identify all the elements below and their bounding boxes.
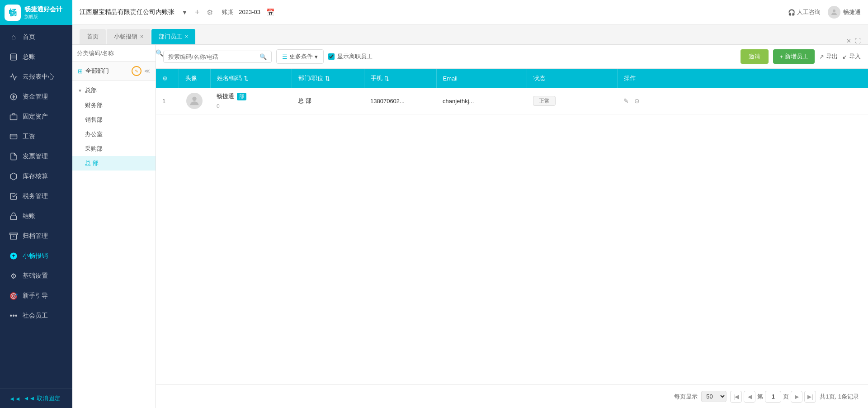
row-email-cell: chanjethkj... — [436, 88, 527, 114]
support-link[interactable]: 🎧 人工咨询 — [788, 8, 821, 16]
svg-point-11 — [192, 97, 196, 101]
dept-search-input[interactable] — [77, 50, 153, 57]
topbar-settings-icon[interactable]: ⚙ — [207, 8, 213, 17]
tax-icon — [9, 192, 18, 201]
svg-rect-5 — [10, 134, 17, 139]
company-dropdown-icon[interactable]: ▼ — [182, 9, 188, 16]
sidebar-item-inventory[interactable]: 库存核算 — [0, 166, 72, 186]
sidebar-item-reports[interactable]: 云报表中心 — [0, 67, 72, 87]
close-window-icon[interactable]: ✕ — [846, 38, 851, 44]
sidebar-item-tax[interactable]: 税务管理 — [0, 186, 72, 206]
row-dept-cell: 总 部 — [292, 88, 364, 114]
show-resigned-input[interactable] — [328, 53, 335, 60]
edit-action-icon[interactable]: ✎ — [623, 97, 629, 104]
sidebar-item-label: 结账 — [23, 212, 35, 220]
prev-page-button[interactable]: ◀ — [744, 391, 755, 403]
first-page-button[interactable]: |◀ — [730, 391, 742, 403]
tabs-bar: 首页 小畅报销 × 部门员工 × ✕ ⛶ — [72, 25, 868, 45]
dept-child-office[interactable]: 办公室 — [72, 127, 156, 142]
logo-icon: 畅 — [5, 5, 21, 21]
employee-status: 正常 — [533, 96, 556, 106]
more-icon: ••• — [9, 311, 18, 320]
dept-child-general[interactable]: 总 部 — [72, 156, 156, 171]
export-button[interactable]: ↗ 导出 — [819, 52, 838, 61]
tab-home-label: 首页 — [87, 33, 99, 41]
tab-dept[interactable]: 部门员工 × — [151, 29, 195, 44]
tab-expense-close[interactable]: × — [140, 33, 143, 40]
close-accounts-icon — [9, 212, 18, 221]
tab-expense[interactable]: 小畅报销 × — [107, 29, 151, 44]
show-resigned-checkbox[interactable]: 显示离职员工 — [328, 52, 373, 61]
th-name-label: 姓名/编码 — [217, 74, 242, 82]
sort-icon[interactable]: ⇅ — [325, 75, 330, 82]
sidebar-item-settings[interactable]: ⚙ 基础设置 — [0, 266, 72, 286]
dept-child-sales[interactable]: 销售部 — [72, 113, 156, 127]
sort-icon[interactable]: ⇅ — [244, 75, 249, 82]
headphone-icon: 🎧 — [788, 9, 795, 16]
user-name: 畅捷通 — [843, 8, 861, 16]
filter-button[interactable]: ☰ 更多条件 ▾ — [276, 49, 324, 64]
dept-edit-button[interactable]: ✎ — [132, 66, 142, 76]
sidebar-item-salary[interactable]: 工资 — [0, 127, 72, 147]
main-area: 江西服宝精品有限责任公司内账张 ▼ + ⚙ 账期 2023-03 📅 🎧 人工咨… — [72, 0, 868, 408]
add-account-icon[interactable]: + — [193, 8, 202, 17]
th-settings[interactable]: ⚙ — [156, 69, 179, 88]
sidebar-item-more[interactable]: ••• 社会员工 — [0, 306, 72, 326]
sidebar-item-close-accounts[interactable]: 结账 — [0, 206, 72, 226]
search-input[interactable] — [168, 53, 257, 60]
th-dept[interactable]: 部门/职位 ⇅ — [292, 69, 364, 88]
sidebar-item-expense[interactable]: 小畅报销 — [0, 246, 72, 266]
dept-collapse-icon[interactable]: ≪ — [144, 68, 150, 74]
add-icon: + — [779, 53, 783, 60]
dept-parent-label: 总部 — [85, 86, 97, 95]
right-panel: 🔍 ☰ 更多条件 ▾ 显示离职员工 邀请 + 新增员工 — [156, 45, 868, 408]
dept-child-purchase[interactable]: 采购部 — [72, 142, 156, 156]
th-actions-label: 操作 — [624, 75, 636, 81]
import-button[interactable]: ↙ 导入 — [842, 52, 861, 61]
inventory-icon — [9, 172, 18, 181]
pagination: 每页显示 50 10 20 100 |◀ ◀ 第 页 ▶ ▶| — [156, 384, 868, 408]
sidebar-item-funds[interactable]: 资金管理 — [0, 87, 72, 107]
page-total: 共1页, 1条记录 — [820, 393, 859, 401]
tab-home[interactable]: 首页 — [80, 29, 106, 44]
sidebar-item-home[interactable]: ⌂ 首页 — [0, 27, 72, 47]
dept-parent-hq[interactable]: ▼ 总部 — [72, 83, 156, 98]
settings-icon: ⚙ — [9, 271, 18, 280]
invite-button[interactable]: 邀请 — [741, 49, 769, 64]
table-settings-icon[interactable]: ⚙ — [162, 75, 168, 82]
svg-rect-7 — [10, 216, 17, 219]
page-number-input[interactable] — [765, 391, 781, 403]
home-icon: ⌂ — [9, 33, 18, 42]
search-icon[interactable]: 🔍 — [259, 53, 267, 60]
user-menu[interactable]: 畅捷通 — [828, 6, 861, 19]
logout-action-icon[interactable]: ⊖ — [634, 97, 640, 104]
employee-dept-badge: 部 — [237, 93, 246, 100]
sidebar-item-invoice[interactable]: 发票管理 — [0, 147, 72, 166]
page-size-select[interactable]: 50 10 20 100 — [701, 391, 726, 402]
sort-icon[interactable]: ⇅ — [384, 75, 389, 82]
sidebar-item-guide[interactable]: 🎯 新手引导 — [0, 286, 72, 306]
maximize-icon[interactable]: ⛶ — [855, 38, 861, 44]
next-page-button[interactable]: ▶ — [791, 391, 802, 403]
tab-dept-close[interactable]: × — [185, 33, 188, 40]
sidebar-item-ledger[interactable]: 总账 — [0, 47, 72, 67]
th-avatar: 头像 — [179, 69, 210, 88]
dept-grid-icon: ⊞ — [78, 68, 83, 75]
export-icon: ↗ — [819, 53, 824, 60]
assets-icon — [9, 112, 18, 121]
sidebar-unpin[interactable]: ◄◄ ◄◄ 取消固定 — [0, 389, 72, 408]
logo-text: 畅捷通好会计 旗舰版 — [24, 5, 62, 20]
th-phone[interactable]: 手机 ⇅ — [364, 69, 436, 88]
export-label: 导出 — [826, 52, 838, 61]
sidebar-item-assets[interactable]: 固定资产 — [0, 107, 72, 127]
calendar-icon[interactable]: 📅 — [266, 8, 275, 17]
filter-icon: ☰ — [282, 53, 288, 60]
last-page-button[interactable]: ▶| — [804, 391, 816, 403]
dept-child-label: 总 部 — [85, 160, 99, 166]
company-name: 江西服宝精品有限责任公司内账张 — [80, 8, 175, 16]
sidebar-item-label: 税务管理 — [23, 192, 48, 200]
th-name[interactable]: 姓名/编码 ⇅ — [210, 69, 292, 88]
add-employee-button[interactable]: + 新增员工 — [773, 49, 815, 64]
sidebar-item-archive[interactable]: 归档管理 — [0, 226, 72, 246]
dept-child-finance[interactable]: 财务部 — [72, 98, 156, 113]
